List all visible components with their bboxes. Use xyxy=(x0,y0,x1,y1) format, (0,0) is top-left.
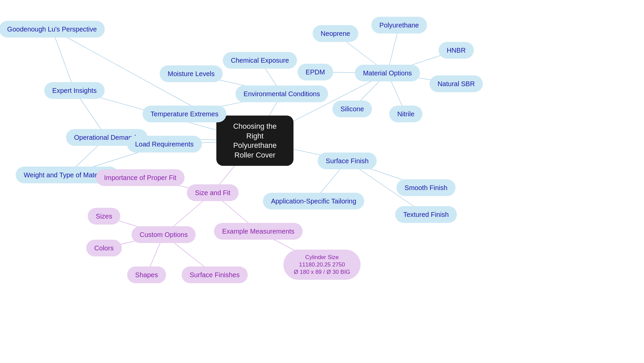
node-expert[interactable]: Expert Insights xyxy=(44,82,105,99)
mindmap-container: Choosing the Right Polyurethane Roller C… xyxy=(0,0,644,363)
node-environmental[interactable]: Environmental Conditions xyxy=(235,85,328,102)
node-neoprene[interactable]: Neoprene xyxy=(313,25,358,42)
node-sizes[interactable]: Sizes xyxy=(88,208,120,225)
node-nitrile[interactable]: Nitrile xyxy=(389,106,422,122)
node-custom[interactable]: Custom Options xyxy=(131,226,196,243)
node-colors[interactable]: Colors xyxy=(86,240,122,256)
node-load[interactable]: Load Requirements xyxy=(127,136,202,153)
center-node[interactable]: Choosing the Right Polyurethane Roller C… xyxy=(216,116,293,166)
node-temperature[interactable]: Temperature Extremes xyxy=(143,106,226,122)
node-goodenough[interactable]: Goodenough Lu's Perspective xyxy=(0,21,105,38)
node-textured[interactable]: Textured Finish xyxy=(395,206,457,223)
node-shapes[interactable]: Shapes xyxy=(127,266,166,283)
node-polyurethane[interactable]: Polyurethane xyxy=(371,17,427,34)
node-appspecific[interactable]: Application-Specific Tailoring xyxy=(263,193,364,209)
node-moisture[interactable]: Moisture Levels xyxy=(160,65,223,82)
node-naturalsbr[interactable]: Natural SBR xyxy=(429,75,483,92)
node-silicone[interactable]: Silicone xyxy=(332,101,372,117)
svg-line-8 xyxy=(52,29,74,90)
node-chemical[interactable]: Chemical Exposure xyxy=(223,52,297,69)
node-sizefit[interactable]: Size and Fit xyxy=(187,184,238,201)
node-proper[interactable]: Importance of Proper Fit xyxy=(96,169,184,186)
node-surface[interactable]: Surface Finish xyxy=(318,153,377,169)
node-epdm[interactable]: EPDM xyxy=(298,64,333,80)
node-example[interactable]: Example Measurements xyxy=(214,223,303,240)
node-cylinder[interactable]: Cylinder Size 11180.20.25 2750 Ø 180 x 8… xyxy=(283,250,361,280)
node-surfacefinishes[interactable]: Surface Finishes xyxy=(182,266,248,283)
node-material[interactable]: Material Options xyxy=(355,65,420,81)
node-smooth[interactable]: Smooth Finish xyxy=(396,179,455,196)
node-hnbr[interactable]: HNBR xyxy=(439,42,474,59)
